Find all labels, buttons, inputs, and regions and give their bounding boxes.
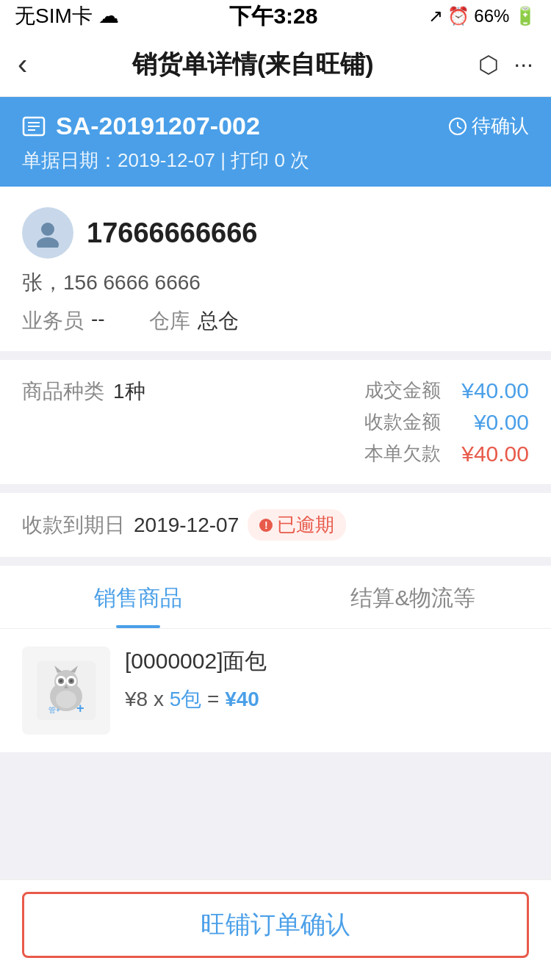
product-thumbnail: + 管+ (22, 646, 110, 735)
avatar (22, 207, 73, 259)
clock-icon (448, 117, 467, 136)
svg-text:+: + (76, 701, 84, 716)
nav-bar: ‹ 销货单详情(来自旺铺) ⬡ ··· (0, 32, 551, 97)
customer-name: 张，156 6666 6666 (22, 269, 529, 297)
svg-point-8 (37, 237, 59, 248)
content-spacer (0, 752, 551, 899)
due-amount-row: 本单欠款 ¥40.00 (364, 441, 529, 466)
page-title: 销货单详情(来自旺铺) (132, 48, 374, 82)
product-count: 商品种类 1种 (22, 378, 145, 406)
order-date: 单据日期：2019-12-07 | 打印 0 次 (22, 148, 529, 173)
overdue-badge: ! 已逾期 (248, 509, 346, 541)
tab-settlement-logistics[interactable]: 结算&物流等 (276, 566, 551, 628)
more-icon[interactable]: ··· (514, 51, 533, 78)
confirm-order-button[interactable]: 旺铺订单确认 (22, 892, 529, 958)
status-icons: ↗ ⏰ 66% 🔋 (428, 6, 536, 26)
bottom-bar: 旺铺订单确认 (0, 879, 551, 980)
status-time: 下午3:28 (229, 1, 317, 32)
product-item: + 管+ [0000002]面包 ¥8 x 5包 = ¥40 (22, 646, 529, 735)
amounts-detail: 成交金额 ¥40.00 收款金额 ¥0.00 本单欠款 ¥40.00 (364, 378, 529, 466)
customer-phone: 17666666666 (87, 217, 257, 249)
order-id: SA-20191207-002 (22, 112, 260, 140)
tab-section: 销售商品 结算&物流等 (0, 566, 551, 752)
battery-icon: 66% 🔋 (474, 6, 536, 26)
status-network: 无SIM卡 ☁ (15, 2, 119, 30)
sales-meta: 业务员 -- (22, 307, 105, 335)
warehouse-meta: 仓库 总仓 (149, 307, 239, 335)
order-status: 待确认 (448, 113, 529, 139)
order-doc-icon (22, 116, 48, 137)
product-name: [0000002]面包 (125, 646, 529, 677)
customer-meta: 业务员 -- 仓库 总仓 (22, 307, 529, 335)
svg-text:管+: 管+ (48, 706, 60, 714)
back-button[interactable]: ‹ (18, 48, 27, 81)
product-info: [0000002]面包 ¥8 x 5包 = ¥40 (125, 646, 529, 713)
order-header-banner: SA-20191207-002 待确认 单据日期：2019-12-07 | 打印… (0, 97, 551, 187)
svg-point-7 (41, 223, 54, 236)
share-icon[interactable]: ⬡ (478, 51, 499, 79)
product-price: ¥8 x 5包 = ¥40 (125, 685, 529, 713)
product-section: + 管+ [0000002]面包 ¥8 x 5包 = ¥40 (0, 629, 551, 752)
deal-amount-row: 成交金额 ¥40.00 (364, 378, 529, 403)
received-amount-row: 收款金额 ¥0.00 (364, 409, 529, 435)
product-image: + 管+ (37, 661, 96, 720)
svg-point-16 (60, 680, 62, 682)
svg-point-19 (70, 680, 73, 682)
amount-section: 商品种类 1种 成交金额 ¥40.00 收款金额 ¥0.00 本单欠款 ¥40.… (0, 360, 551, 484)
svg-line-6 (458, 126, 461, 129)
tab-sales-products[interactable]: 销售商品 (0, 566, 276, 628)
tabs: 销售商品 结算&物流等 (0, 566, 551, 629)
overdue-warning-icon: ! (259, 519, 273, 532)
location-icon: ↗ (428, 6, 443, 26)
alarm-icon: ⏰ (447, 6, 469, 26)
nav-actions: ⬡ ··· (478, 51, 533, 79)
status-bar: 无SIM卡 ☁ 下午3:28 ↗ ⏰ 66% 🔋 (0, 0, 551, 32)
customer-section: 17666666666 张，156 6666 6666 业务员 -- 仓库 总仓 (0, 187, 551, 351)
due-date-section: 收款到期日 2019-12-07 ! 已逾期 (0, 493, 551, 557)
